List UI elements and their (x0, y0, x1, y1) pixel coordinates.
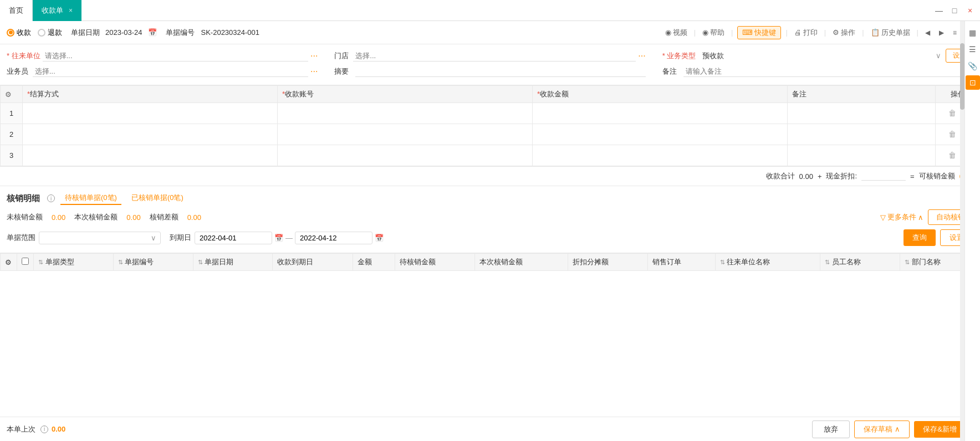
diff-label: 核销差额 (150, 212, 178, 222)
row3-amount[interactable] (532, 145, 787, 166)
table-row: 2 🗑 ⧉ (1, 124, 980, 145)
table-settings-icon[interactable]: ⚙ (5, 90, 12, 99)
staff-input[interactable] (33, 66, 308, 77)
remark-input[interactable] (683, 66, 973, 77)
row2-amount[interactable] (532, 124, 787, 145)
verify-stats: 未核销金额 0.00 本次核销金额 0.00 核销差额 0.00 ▽ 更多条件 … (7, 209, 973, 225)
tab-close-icon[interactable]: × (69, 7, 73, 14)
save-draft-arrow-icon: ∧ (895, 425, 900, 433)
counterpart-input[interactable] (43, 50, 308, 61)
sidebar-list-icon[interactable]: ☰ (966, 42, 980, 57)
bottom-col-pending: 待核销金额 (395, 254, 474, 271)
select-all-checkbox[interactable] (22, 258, 29, 265)
shop-more-icon[interactable]: ··· (638, 51, 645, 61)
tab-home-label: 首页 (9, 6, 23, 16)
current-cancel-value: 0.00 (126, 213, 140, 222)
abandon-button[interactable]: 放弃 (812, 421, 850, 438)
sidebar-scan-icon[interactable]: ⊡ (966, 75, 980, 90)
minimize-button[interactable]: — (933, 5, 945, 16)
range-select[interactable] (39, 232, 161, 244)
summary-input[interactable] (355, 66, 645, 77)
row1-account[interactable] (277, 103, 532, 124)
discount-input[interactable] (861, 172, 906, 181)
footer-info-icon[interactable]: i (40, 425, 48, 433)
staff-field: 业务员 ··· (7, 66, 318, 77)
sidebar-table-icon[interactable]: ▦ (966, 25, 980, 40)
bottom-settings-icon[interactable]: ⚙ (5, 258, 12, 266)
bottom-col-checkbox (17, 254, 34, 271)
window-controls: — □ × (933, 5, 980, 16)
footer-left: 本单上次 i 0.00 (7, 424, 65, 434)
more-conditions-button[interactable]: ▽ 更多条件 ∧ (880, 212, 923, 222)
row3-account[interactable] (277, 145, 532, 166)
cal-from-icon[interactable]: 📅 (274, 234, 283, 242)
verify-info-icon[interactable]: i (47, 194, 55, 202)
calendar-icon[interactable]: 📅 (148, 28, 157, 37)
verify-tab-done[interactable]: 已核销单据(0笔) (127, 192, 188, 205)
shop-input[interactable] (353, 50, 636, 61)
save-draft-button[interactable]: 保存草稿 ∧ (854, 421, 910, 438)
tab-bar: 首页 收款单 × — □ × (0, 0, 980, 21)
operate-button[interactable]: ⚙ 操作 (830, 27, 858, 39)
receipt-type-radio-group: 收款 退款 (7, 28, 62, 38)
bottom-col-number: ⇅ 单据编号 (113, 254, 193, 271)
video-label: 视频 (673, 28, 687, 38)
scrollbar[interactable] (960, 21, 964, 441)
number-label: 单据编号 (166, 28, 195, 38)
date-to-input[interactable] (295, 232, 372, 244)
history-button[interactable]: 📋 历史单据 (869, 27, 912, 39)
summary-label: 摘要 (334, 66, 349, 76)
shortcut-label: 快捷键 (754, 28, 776, 38)
row2-remark[interactable] (787, 124, 935, 145)
shortcut-button[interactable]: ⌨ 快捷键 (737, 26, 781, 39)
cal-to-icon[interactable]: 📅 (375, 234, 384, 242)
row2-delete-icon[interactable]: 🗑 (948, 130, 956, 139)
row1-delete-icon[interactable]: 🗑 (948, 109, 956, 117)
next-button[interactable]: ▶ (937, 28, 946, 38)
row3-remark[interactable] (787, 145, 935, 166)
business-type-dropdown-icon[interactable]: ∨ (936, 52, 941, 60)
shop-field: 门店 ··· (334, 50, 645, 61)
radio-receipt-dot (7, 29, 14, 37)
history-label: 历史单据 (881, 28, 910, 38)
row1-amount[interactable] (532, 103, 787, 124)
video-button[interactable]: ◉ 视频 (663, 27, 690, 39)
staff-label: 业务员 (7, 66, 28, 76)
current-cancel-label: 本次核销金额 (74, 212, 118, 222)
close-button[interactable]: × (964, 5, 976, 16)
list-button[interactable]: ≡ (951, 28, 959, 38)
print-label: 打印 (803, 28, 818, 38)
tab-home[interactable]: 首页 (0, 0, 33, 21)
staff-more-icon[interactable]: ··· (310, 66, 318, 76)
help-button[interactable]: ◉ 帮助 (700, 27, 727, 39)
operate-label: 操作 (841, 28, 855, 38)
maximize-button[interactable]: □ (949, 5, 960, 16)
summary-field: 摘要 (334, 66, 645, 77)
query-button[interactable]: 查询 (904, 229, 936, 246)
operate-icon: ⚙ (833, 28, 839, 37)
equals-sign: = (910, 172, 915, 181)
toolbar: 收款 退款 单据日期 2023-03-24 📅 单据编号 SK-20230324… (0, 21, 980, 44)
verify-tab-pending[interactable]: 待核销单据(0笔) (60, 192, 121, 205)
row2-settlement[interactable] (23, 124, 278, 145)
table-row: 3 🗑 ⧉ (1, 145, 980, 166)
counterpart-more-icon[interactable]: ··· (310, 51, 318, 61)
row1-settlement[interactable] (23, 103, 278, 124)
tab-receipt[interactable]: 收款单 × (33, 0, 81, 21)
sidebar-attach-icon[interactable]: 📎 (966, 59, 980, 73)
print-button[interactable]: 🖨 打印 (792, 27, 820, 39)
range-label: 单据范围 (7, 233, 35, 243)
bottom-col-date: ⇅ 单据日期 (193, 254, 273, 271)
counterpart-label: * 往来单位 (7, 51, 40, 61)
date-from-input[interactable] (195, 232, 272, 244)
radio-receipt[interactable]: 收款 (7, 28, 31, 38)
row3-delete-icon[interactable]: 🗑 (948, 151, 956, 160)
row1-remark[interactable] (787, 103, 935, 124)
scrollbar-thumb[interactable] (960, 43, 964, 110)
bottom-col-type: ⇅ 单据类型 (34, 254, 114, 271)
prev-button[interactable]: ◀ (923, 28, 932, 38)
radio-refund[interactable]: 退款 (38, 28, 62, 38)
row3-settlement[interactable] (23, 145, 278, 166)
row-num-2: 2 (1, 124, 23, 145)
row2-account[interactable] (277, 124, 532, 145)
